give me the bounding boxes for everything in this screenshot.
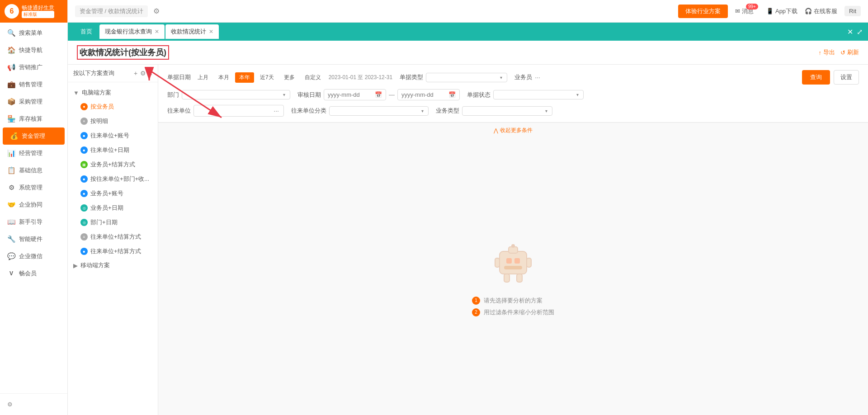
tab-cashflow-close[interactable]: ✕ bbox=[155, 28, 159, 35]
settings-button[interactable]: 设置 bbox=[834, 70, 859, 85]
svg-rect-4 bbox=[509, 247, 518, 253]
plan-item-label: 按往来单位+部门+收... bbox=[90, 175, 149, 183]
export-button[interactable]: ↑ 导出 bbox=[819, 48, 835, 57]
tab-receipt-label: 收款情况统计 bbox=[171, 28, 206, 36]
sidebar-item-enterprise[interactable]: 🤝 企业协同 bbox=[0, 196, 67, 213]
step-2-label: 用过滤条件来缩小分析范围 bbox=[484, 308, 554, 316]
plan-item-dept-date[interactable]: ◎ 部门+日期 bbox=[68, 215, 158, 230]
page-header-actions: ↑ 导出 ↺ 刷新 bbox=[819, 48, 859, 57]
home-icon: 🏠 bbox=[7, 46, 15, 54]
sidebar-item-wechat[interactable]: 💬 企业微信 bbox=[0, 248, 67, 265]
messages-button[interactable]: ✉ 消息 99+ bbox=[735, 7, 754, 15]
app-download-button[interactable]: 📱 App下载 bbox=[766, 7, 797, 15]
sidebar-item-operations[interactable]: 📊 经营管理 bbox=[0, 145, 67, 162]
page-header: 收款情况统计(按业务员) ↑ 导出 ↺ 刷新 bbox=[68, 41, 868, 65]
date-tab-last-month[interactable]: 上月 bbox=[193, 72, 212, 83]
plan-item-partner-account[interactable]: ■ 往来单位+账号 bbox=[68, 128, 158, 143]
biztype-select[interactable]: ▾ bbox=[462, 106, 552, 116]
plan-item-salesperson-account[interactable]: ■ 业务员+账号 bbox=[68, 186, 158, 201]
refresh-button[interactable]: ↺ 刷新 bbox=[840, 48, 859, 57]
date-tab-more[interactable]: 更多 bbox=[280, 72, 299, 83]
sidebar-item-member[interactable]: V 畅会员 bbox=[0, 265, 67, 282]
sidebar-item-inventory[interactable]: 🏪 库存核算 bbox=[0, 110, 67, 127]
tab-receipt[interactable]: 收款情况统计 ✕ bbox=[165, 24, 219, 39]
window-close-btn[interactable]: ✕ bbox=[847, 28, 853, 36]
add-plan-icon[interactable]: + bbox=[134, 70, 137, 77]
date-tab-this-month[interactable]: 本月 bbox=[214, 72, 233, 83]
audit-date-from[interactable]: 📅 bbox=[324, 89, 386, 100]
right-panel: 单据日期 上月 本月 本年 近7天 更多 自定义 2023-01-01 至 20… bbox=[158, 65, 868, 415]
plan-item-icon-pde: ■ bbox=[80, 175, 88, 183]
query-button[interactable]: 查询 bbox=[802, 70, 830, 85]
partner-dots-icon[interactable]: ··· bbox=[274, 107, 279, 114]
left-panel-header: 按以下方案查询 + ⚙ « bbox=[68, 65, 158, 82]
sidebar-item-basic[interactable]: 📋 基础信息 bbox=[0, 162, 67, 179]
trial-button[interactable]: 体验行业方案 bbox=[678, 5, 728, 18]
partner-select[interactable]: ··· bbox=[193, 105, 284, 117]
online-support-button[interactable]: 🎧 在线客服 bbox=[805, 7, 837, 15]
sidebar-item-label: 资金管理 bbox=[22, 132, 45, 140]
docstatus-filter-label: 单据状态 bbox=[467, 91, 491, 99]
member-icon: V bbox=[7, 270, 15, 277]
window-expand-btn[interactable]: ⤢ bbox=[857, 28, 863, 36]
online-support-label: 在线客服 bbox=[814, 7, 837, 15]
plan-item-partner-date[interactable]: ■ 往来单位+日期 bbox=[68, 143, 158, 157]
date-tab-this-year[interactable]: 本年 bbox=[235, 72, 254, 83]
plan-item-salesperson[interactable]: ● 按业务员 bbox=[68, 99, 158, 114]
user-menu[interactable]: Rit bbox=[844, 6, 861, 16]
collapse-bar[interactable]: ⋀ 收起更多条件 bbox=[158, 123, 868, 138]
plan-item-salesperson-date[interactable]: ◎ 业务员+日期 bbox=[68, 201, 158, 215]
tab-home[interactable]: 首页 bbox=[73, 23, 99, 41]
desktop-group-header[interactable]: ▼ 电脑端方案 bbox=[68, 86, 158, 99]
sidebar-item-label: 经营管理 bbox=[19, 149, 42, 157]
svg-rect-0 bbox=[500, 251, 527, 274]
date-tab-7days[interactable]: 近7天 bbox=[256, 72, 278, 83]
plan-item-partner-dept[interactable]: ■ 按往来单位+部门+收... bbox=[68, 172, 158, 186]
partner-category-select[interactable]: ▾ bbox=[329, 106, 429, 116]
left-panel-icons: + ⚙ « bbox=[134, 70, 152, 77]
sidebar-item-label: 新手引导 bbox=[19, 218, 42, 226]
docstatus-select[interactable]: ▾ bbox=[493, 90, 584, 99]
dept-select[interactable]: ▾ bbox=[182, 90, 290, 99]
sidebar-settings[interactable]: ⚙ bbox=[0, 397, 67, 411]
wechat-icon: 💬 bbox=[7, 252, 15, 260]
calendar-from-icon[interactable]: 📅 bbox=[375, 91, 382, 98]
sidebar-item-purchase[interactable]: 📦 采购管理 bbox=[0, 93, 67, 110]
sidebar-item-guide[interactable]: 📖 新手引导 bbox=[0, 213, 67, 231]
sidebar-item-search[interactable]: 🔍 搜索菜单 bbox=[0, 24, 67, 42]
purchase-icon: 📦 bbox=[7, 98, 15, 106]
plan-item-salesperson-settlement[interactable]: ▦ 业务员+结算方式 bbox=[68, 157, 158, 172]
step-num-2: 2 bbox=[472, 308, 480, 316]
plan-item-partner-settlement2[interactable]: ■ 往来单位+结算方式 bbox=[68, 244, 158, 259]
settings-plan-icon[interactable]: ⚙ bbox=[140, 70, 146, 77]
tab-receipt-close[interactable]: ✕ bbox=[209, 28, 213, 35]
sidebar-item-finance[interactable]: 💰 资金管理 bbox=[3, 127, 65, 145]
salesperson-dots-icon[interactable]: ··· bbox=[535, 74, 540, 81]
system-icon: ⚙ bbox=[7, 184, 15, 192]
plan-item-partner-settlement1[interactable]: ≡ 往来单位+结算方式 bbox=[68, 230, 158, 244]
sidebar-item-sales[interactable]: 💼 销售管理 bbox=[0, 76, 67, 93]
filter-docstatus-item: 单据状态 ▾ bbox=[467, 90, 584, 99]
plan-item-icon-sac: ■ bbox=[80, 190, 88, 197]
filter-dept-item: 部门 ▾ bbox=[167, 90, 290, 99]
sidebar-item-system[interactable]: ⚙ 系统管理 bbox=[0, 179, 67, 196]
desktop-group-arrow: ▼ bbox=[73, 90, 79, 96]
date-filter-label: 单据日期 bbox=[167, 73, 191, 81]
audit-to-input[interactable] bbox=[401, 91, 447, 98]
collapse-plan-icon[interactable]: « bbox=[149, 70, 152, 77]
calendar-to-icon[interactable]: 📅 bbox=[448, 91, 456, 98]
tab-cashflow[interactable]: 现金银行流水查询 ✕ bbox=[99, 24, 165, 39]
plan-item-detail[interactable]: ≡ 按明细 bbox=[68, 114, 158, 128]
audit-from-input[interactable] bbox=[328, 91, 373, 98]
sidebar-item-quicknav[interactable]: 🏠 快捷导航 bbox=[0, 42, 67, 59]
collapse-label: 收起更多条件 bbox=[500, 127, 533, 134]
mobile-group-header[interactable]: ▶ 移动端方案 bbox=[68, 259, 158, 272]
audit-date-to[interactable]: 📅 bbox=[397, 89, 460, 100]
date-tab-custom[interactable]: 自定义 bbox=[301, 72, 325, 83]
sidebar-item-hardware[interactable]: 🔧 智能硬件 bbox=[0, 231, 67, 248]
filter-audit-item: 审核日期 📅 — 📅 bbox=[297, 89, 460, 100]
topbar-gear-icon[interactable]: ⚙ bbox=[153, 7, 160, 15]
category-select[interactable]: ▾ bbox=[426, 73, 507, 82]
sidebar-item-marketing[interactable]: 📢 营销推广 bbox=[0, 59, 67, 76]
plan-item-icon-pa: ■ bbox=[80, 132, 88, 139]
